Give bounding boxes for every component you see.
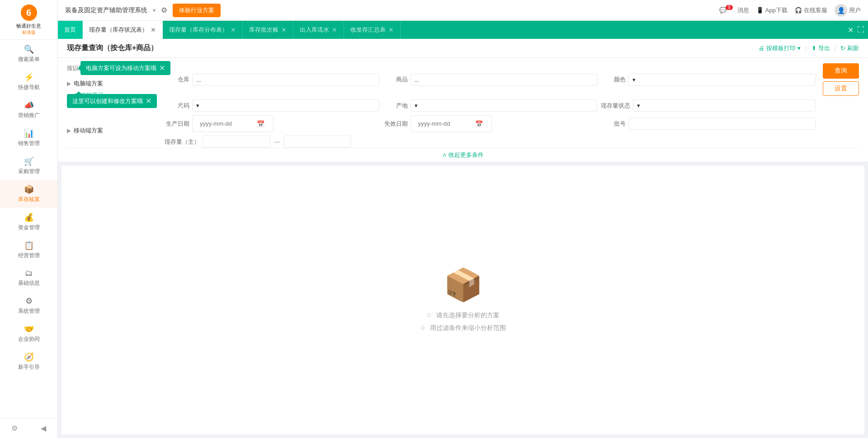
sidebar-label-system: 系统管理: [18, 307, 40, 315]
system-dropdown-icon[interactable]: ▾: [153, 7, 156, 14]
goods-dots: ...: [415, 76, 420, 83]
refresh-btn[interactable]: ↻ 刷新: [840, 44, 859, 52]
sidebar-label-sales: 销售管理: [18, 140, 40, 147]
sidebar-item-inventory[interactable]: 📦 库存核算: [0, 180, 57, 208]
collapse-bar[interactable]: ∧ 收起更多条件: [67, 148, 859, 162]
sidebar-item-asset[interactable]: 💰 资金管理: [0, 208, 57, 236]
tab-inventory-batch[interactable]: 库存批次账 ✕: [243, 21, 293, 39]
export-btn[interactable]: ⬆ 导出: [811, 44, 830, 52]
tab-home[interactable]: 首页: [58, 21, 83, 39]
warehouse-select[interactable]: ...: [192, 74, 379, 86]
cooperation-icon: 🤝: [24, 324, 34, 334]
sidebar-item-system[interactable]: ⚙ 系统管理: [0, 292, 57, 320]
edit-popover-close[interactable]: ✕: [146, 97, 151, 105]
inventory-status-label: 现存量状态: [601, 102, 630, 110]
refresh-label: 刷新: [847, 44, 859, 52]
operation-icon: 📋: [24, 240, 34, 250]
scheme-popover-text: 电脑方案可设为移动方案哦: [86, 64, 156, 72]
search-button[interactable]: 查询: [823, 63, 859, 79]
user-btn[interactable]: 👤 用户: [835, 4, 861, 17]
app-label: App下载: [765, 6, 788, 14]
tab-inventory-status[interactable]: 现存量（库存状况表） ✕: [83, 21, 163, 39]
tab-inventory-status-label: 现存量（库存状况表）: [89, 26, 148, 34]
sidebar-item-cooperation[interactable]: 🤝 企业协同: [0, 320, 57, 348]
filter-row-1: 仓库 ... 商品 ...: [165, 63, 859, 96]
collapse-label: 收起更多条件: [448, 151, 484, 158]
exp-date-control: 📅: [410, 115, 598, 132]
goods-control: ...: [410, 74, 598, 86]
settings-button[interactable]: ⚙: [9, 422, 19, 434]
user-label: 用户: [849, 6, 861, 14]
color-select[interactable]: ▾: [628, 74, 816, 86]
tab-inventory-dist-label: 现存量（库存分布表）: [169, 26, 228, 34]
maximize-icon[interactable]: ⛶: [857, 26, 864, 34]
print-icon: 🖨: [759, 45, 764, 52]
mobile-scheme-node[interactable]: ▶ 移动端方案: [67, 125, 157, 137]
refresh-icon: ↻: [840, 45, 845, 52]
reset-button[interactable]: 设置: [823, 81, 859, 96]
goods-select[interactable]: ...: [410, 74, 598, 86]
sidebar-item-marketing[interactable]: 📣 营销推广: [0, 96, 57, 124]
inventory-main-control: —: [203, 136, 859, 148]
main-content: 装备及固定资产辅助管理系统 ▾ ⚙ 体验行业方案 💬 9 消息 📱 App下载 …: [58, 0, 868, 438]
sidebar-item-operation[interactable]: 📋 经营管理: [0, 236, 57, 264]
tab-close-inout-flow[interactable]: ✕: [332, 26, 337, 33]
prod-date-calendar-icon[interactable]: 📅: [257, 120, 264, 127]
search-action-col: 查询 设置: [823, 63, 859, 96]
message-btn[interactable]: 💬 9 消息: [719, 6, 749, 14]
sidebar-label-purchase: 采购管理: [18, 168, 40, 175]
sidebar-item-guide[interactable]: 🧭 新手引导: [0, 348, 57, 376]
sidebar-item-purchase[interactable]: 🛒 采购管理: [0, 152, 57, 180]
sidebar-item-search[interactable]: 🔍 搜索菜单: [0, 40, 57, 68]
batch-input[interactable]: [628, 118, 816, 130]
edit-popover-text: 这里可以创建和修改方案哦: [72, 97, 143, 105]
app-download-btn[interactable]: 📱 App下载: [756, 6, 788, 14]
guide-icon: 🧭: [24, 352, 34, 362]
prod-date-field: 生产日期 📅: [165, 115, 379, 132]
prod-date-input[interactable]: [196, 118, 255, 129]
empty-state: 📦 ① 请先选择要分析的方案 ② 用过滤条件来缩小分析范围: [61, 166, 864, 434]
print-label: 按模板打印: [766, 44, 796, 52]
tab-close-inventory-status[interactable]: ✕: [151, 26, 156, 33]
inventory-status-select[interactable]: ▾: [633, 99, 816, 112]
mobile-scheme-label: 移动端方案: [74, 127, 103, 135]
tab-recvship-summary[interactable]: 收发存汇总表 ✕: [344, 21, 401, 39]
inventory-main-from-input[interactable]: [203, 136, 270, 148]
empty-hint1: ① 请先选择要分析的方案: [426, 309, 500, 321]
top-bar: 装备及固定资产辅助管理系统 ▾ ⚙ 体验行业方案 💬 9 消息 📱 App下载 …: [58, 0, 868, 21]
gear-button[interactable]: ⚙: [161, 6, 167, 14]
exp-date-label: 失效日期: [383, 120, 408, 128]
inventory-main-to-input[interactable]: [283, 136, 351, 148]
batch-label: 批号: [601, 120, 626, 128]
size-select[interactable]: ▾: [192, 99, 379, 112]
exp-date-field: 失效日期 📅: [383, 115, 598, 132]
sidebar-item-sales[interactable]: 📊 销售管理: [0, 124, 57, 152]
empty-hint2: ② 用过滤条件来缩小分析范围: [420, 321, 506, 334]
close-all-tabs-icon[interactable]: ✕: [848, 26, 854, 34]
scheme-popover: 电脑方案可设为移动方案哦 ✕: [80, 61, 170, 75]
tab-inventory-dist[interactable]: 现存量（库存分布表） ✕: [163, 21, 243, 39]
service-btn[interactable]: 🎧 在线客服: [795, 6, 827, 14]
tree-arrow-mobile: ▶: [67, 127, 71, 134]
exp-date-input[interactable]: [415, 118, 473, 129]
origin-select[interactable]: ▾: [410, 99, 598, 112]
print-btn[interactable]: 🖨 按模板打印 ▾: [759, 44, 801, 52]
origin-chevron: ▾: [415, 102, 418, 109]
tab-close-recvship-summary[interactable]: ✕: [388, 26, 394, 33]
logo-icon: 6: [21, 5, 37, 21]
collapse-sidebar-button[interactable]: ◀: [39, 422, 48, 434]
tab-close-inventory-batch[interactable]: ✕: [281, 26, 287, 33]
sidebar-item-quick-nav[interactable]: ⚡ 快捷导航: [0, 68, 57, 96]
exp-date-calendar-icon[interactable]: 📅: [475, 120, 483, 127]
scheme-panel: 按以下方案查询 + ↻ ← 电脑方案可设为移动方案哦 ✕ ▶: [67, 63, 157, 148]
scheme-popover-close[interactable]: ✕: [159, 64, 165, 72]
prod-date-input-wrap: 📅: [192, 115, 274, 132]
batch-control: [628, 118, 816, 130]
pc-scheme-node[interactable]: ▶ 电脑端方案: [67, 78, 157, 89]
export-icon: ⬆: [811, 45, 816, 52]
tab-inout-flow[interactable]: 出入库流水 ✕: [293, 21, 344, 39]
industry-btn[interactable]: 体验行业方案: [173, 4, 221, 17]
purchase-icon: 🛒: [24, 156, 34, 166]
sidebar-item-basic[interactable]: 🗂 基础信息: [0, 264, 57, 292]
tab-close-inventory-dist[interactable]: ✕: [231, 26, 236, 33]
